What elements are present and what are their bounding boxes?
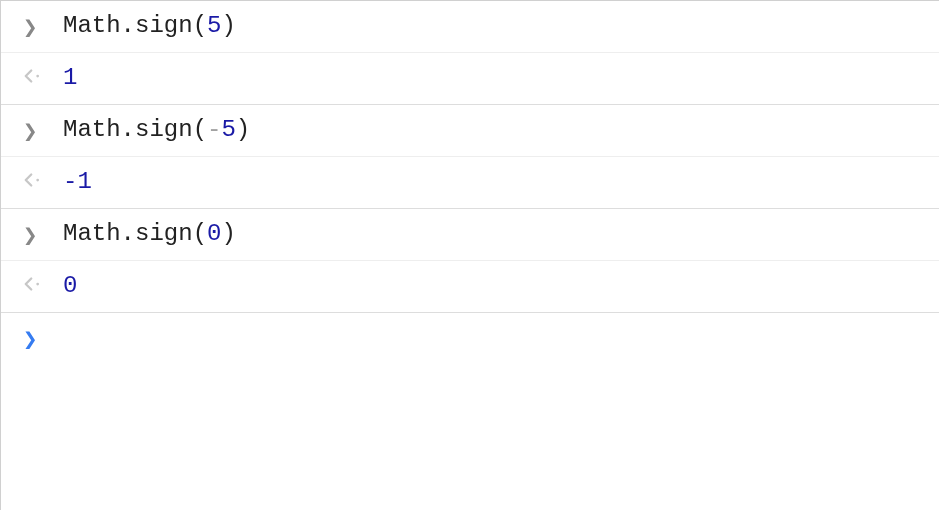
svg-point-0 xyxy=(36,75,39,78)
token-object: Math xyxy=(63,116,121,143)
token-number: 0 xyxy=(207,220,221,247)
input-gutter: ❯ xyxy=(23,219,63,250)
token-paren-close: ) xyxy=(236,116,250,143)
console-prompt-row[interactable]: ❯ xyxy=(1,313,939,365)
token-sign: - xyxy=(207,116,221,143)
token-method: sign xyxy=(135,12,193,39)
return-arrow-icon xyxy=(23,169,45,198)
token-paren-close: ) xyxy=(221,220,235,247)
output-value[interactable]: 1 xyxy=(63,63,939,91)
token-dot: . xyxy=(121,220,135,247)
token-method: sign xyxy=(135,116,193,143)
console-output-row: 0 xyxy=(1,261,939,313)
result-sign: - xyxy=(63,168,77,195)
input-gutter: ❯ xyxy=(23,115,63,146)
output-gutter xyxy=(23,63,63,94)
token-paren-close: ) xyxy=(221,12,235,39)
svg-point-2 xyxy=(36,283,39,286)
input-expression[interactable]: Math.sign(-5) xyxy=(63,115,939,143)
input-chevron-icon: ❯ xyxy=(23,117,37,146)
token-paren-open: ( xyxy=(193,220,207,247)
token-dot: . xyxy=(121,12,135,39)
console-output-row: 1 xyxy=(1,53,939,105)
output-value[interactable]: -1 xyxy=(63,167,939,195)
token-object: Math xyxy=(63,12,121,39)
input-chevron-icon: ❯ xyxy=(23,221,37,250)
console-input-row: ❯ Math.sign(-5) xyxy=(1,105,939,157)
token-dot: . xyxy=(121,116,135,143)
input-gutter: ❯ xyxy=(23,11,63,42)
output-gutter xyxy=(23,271,63,302)
console-input-row: ❯ Math.sign(0) xyxy=(1,209,939,261)
token-object: Math xyxy=(63,220,121,247)
result-number: 0 xyxy=(63,272,77,299)
token-paren-open: ( xyxy=(193,116,207,143)
prompt-chevron-icon: ❯ xyxy=(23,325,37,354)
output-value[interactable]: 0 xyxy=(63,271,939,299)
result-number: 1 xyxy=(63,64,77,91)
return-arrow-icon xyxy=(23,273,45,302)
result-number: 1 xyxy=(77,168,91,195)
token-paren-open: ( xyxy=(193,12,207,39)
input-expression[interactable]: Math.sign(5) xyxy=(63,11,939,39)
console-output-row: -1 xyxy=(1,157,939,209)
token-method: sign xyxy=(135,220,193,247)
svg-point-1 xyxy=(36,179,39,182)
console-input-row: ❯ Math.sign(5) xyxy=(1,1,939,53)
input-expression[interactable]: Math.sign(0) xyxy=(63,219,939,247)
token-number: 5 xyxy=(207,12,221,39)
prompt-gutter: ❯ xyxy=(23,323,63,354)
output-gutter xyxy=(23,167,63,198)
token-number: 5 xyxy=(221,116,235,143)
input-chevron-icon: ❯ xyxy=(23,13,37,42)
return-arrow-icon xyxy=(23,65,45,94)
